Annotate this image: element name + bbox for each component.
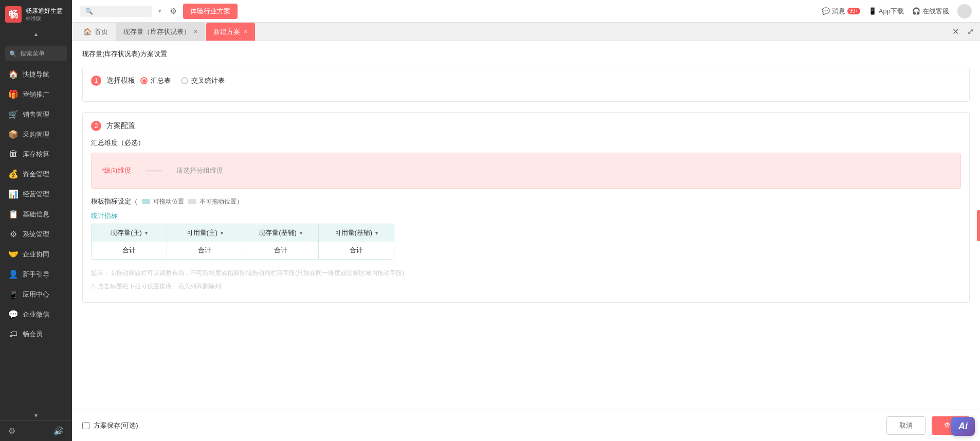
speaker-icon[interactable]: 🔊 <box>53 426 64 436</box>
sidebar-item-label: 经营管理 <box>23 190 49 199</box>
header-cell-current-main[interactable]: 现存量(主) ▾ <box>92 224 167 242</box>
topbar-dropdown-icon[interactable]: ▾ <box>158 8 161 14</box>
user-icon: 👤 <box>8 269 19 279</box>
sidebar-item-sales[interactable]: 🛒 销售管理 <box>0 104 72 124</box>
tag-icon: 🏷 <box>8 329 19 339</box>
main-area: 🔍 ▾ ⚙ 体验行业方案 💬 消息 99+ 📱 App下载 🎧 在线客服 <box>72 0 980 441</box>
sidebar-item-wechat[interactable]: 💬 企业微信 <box>0 304 72 324</box>
stats-table-body: 合计 合计 合计 合计 <box>92 242 394 259</box>
tab-new-plan-label: 新建方案 <box>213 27 240 36</box>
tab-home[interactable]: 🏠 首页 <box>76 23 115 41</box>
sidebar-item-label: 基础信息 <box>23 210 49 219</box>
settings-bottom-icon[interactable]: ⚙ <box>8 426 15 436</box>
phone-icon: 📱 <box>868 7 877 15</box>
customer-service-button[interactable]: 🎧 在线客服 <box>912 7 949 16</box>
radio-cross-table[interactable]: 交叉统计表 <box>181 76 225 85</box>
tab-new-plan[interactable]: 新建方案 ✕ <box>206 23 255 41</box>
section2-header: 2 方案配置 <box>91 121 961 131</box>
cancel-button[interactable]: 取消 <box>886 416 925 435</box>
header-cell-available-aux[interactable]: 可用量(基辅) ▾ <box>319 224 394 242</box>
section-plan-config: 2 方案配置 汇总维度（必选） *纵向维度 —— 请选择分组维度 模板指标设定（… <box>82 112 970 303</box>
panel-title: 现存量(库存状况表)方案设置 <box>82 49 970 59</box>
sidebar-item-label: 畅会员 <box>23 329 43 339</box>
search-menu-input[interactable]: 🔍 搜索菜单 <box>5 46 67 61</box>
industry-plan-button[interactable]: 体验行业方案 <box>183 4 238 19</box>
sidebar: 畅 畅康通好生意 标准版 ▲ 🔍 搜索菜单 🏠 快捷导航 🎁 营销推广 🛒 销售… <box>0 0 72 441</box>
sidebar-item-label: 新手引导 <box>23 270 49 279</box>
tab-bar: 🏠 首页 现存量（库存状况表） ✕ 新建方案 ✕ ✕ ⤢ <box>72 23 980 41</box>
app-logo-icon: 畅 <box>5 6 22 23</box>
spacer <box>82 313 970 323</box>
sidebar-item-label: 采购管理 <box>23 130 49 139</box>
header-available-main-label: 可用量(主) <box>187 228 218 237</box>
app-name: 畅康通好生意 标准版 <box>26 7 63 23</box>
legend-draggable-label: 可拖动位置 <box>153 197 184 206</box>
chevron-down-icon: ▾ <box>375 230 378 236</box>
sidebar-item-enterprise[interactable]: 🤝 企业协同 <box>0 244 72 264</box>
cell-subtotal-4: 合计 <box>319 242 394 259</box>
cell-subtotal-2: 合计 <box>167 242 243 259</box>
sidebar-item-membership[interactable]: 🏷 畅会员 <box>0 324 72 344</box>
section2-title: 方案配置 <box>106 121 135 131</box>
header-current-main-label: 现存量(主) <box>111 228 142 237</box>
sidebar-item-finance[interactable]: 💰 资金管理 <box>0 164 72 184</box>
dimension-placeholder: 请选择分组维度 <box>176 166 223 175</box>
stats-table: 现存量(主) ▾ 可用量(主) ▾ 现存量(基辅) ▾ 可用量(基辅) <box>91 224 394 260</box>
dimension-label: 汇总维度（必选） <box>91 138 961 148</box>
chart-icon: 📊 <box>8 189 19 199</box>
scroll-down-arrow[interactable]: ▼ <box>0 411 72 420</box>
message-button[interactable]: 💬 消息 99+ <box>822 7 860 16</box>
tab-home-label: 首页 <box>95 27 108 36</box>
sidebar-item-label: 系统管理 <box>23 230 49 239</box>
section1-title: 选择模板 <box>106 76 135 85</box>
sidebar-item-purchase[interactable]: 📦 采购管理 <box>0 124 72 144</box>
sidebar-item-operations[interactable]: 📊 经营管理 <box>0 184 72 204</box>
tab-inventory-close-icon[interactable]: ✕ <box>193 28 198 35</box>
topbar-gear-icon[interactable]: ⚙ <box>170 6 177 16</box>
cart-icon: 🛒 <box>8 109 19 119</box>
sidebar-item-basic-info[interactable]: 📋 基础信息 <box>0 204 72 224</box>
legend-fixed-box <box>188 199 196 204</box>
sidebar-item-app-center[interactable]: 📱 应用中心 <box>0 284 72 304</box>
app-download-label: App下载 <box>879 7 904 16</box>
tab-expand-panel-button[interactable]: ⤢ <box>965 26 976 38</box>
tab-inventory-status[interactable]: 现存量（库存状况表） ✕ <box>116 23 205 41</box>
tab-new-plan-close-icon[interactable]: ✕ <box>243 28 248 35</box>
money-icon: 💰 <box>8 169 19 179</box>
template-radio-group: 汇总表 交叉统计表 <box>140 76 225 85</box>
sidebar-item-inventory[interactable]: 🏛 库存核算 <box>0 144 72 164</box>
radio-summary-circle <box>140 77 148 84</box>
save-checkbox[interactable] <box>82 422 89 429</box>
tab-panel-controls: ✕ ⤢ <box>950 26 976 38</box>
topbar-search-box[interactable]: 🔍 <box>80 6 152 17</box>
section-choose-template: 1 选择模板 汇总表 交叉统计表 <box>82 67 970 102</box>
sidebar-item-label: 应用中心 <box>23 290 49 299</box>
app-download-button[interactable]: 📱 App下载 <box>868 7 904 16</box>
scroll-up-arrow[interactable]: ▲ <box>0 29 72 39</box>
sidebar-item-new-guide[interactable]: 👤 新手引导 <box>0 264 72 284</box>
sidebar-item-marketing[interactable]: 🎁 营销推广 <box>0 84 72 104</box>
sidebar-item-label: 销售管理 <box>23 110 49 119</box>
tab-close-panel-button[interactable]: ✕ <box>950 26 961 38</box>
legend-draggable-box <box>142 199 150 204</box>
customer-service-label: 在线客服 <box>922 7 949 16</box>
resize-handle[interactable] <box>977 210 980 241</box>
legend-fixed-label: 不可拖动位置） <box>199 197 243 206</box>
tip-1: 提示： 1.拖动标题栏可以调整布局，不可跨维度或指标区域拖动列栏目字段(只能在同… <box>91 268 961 279</box>
settings-icon: ⚙ <box>8 229 19 239</box>
header-cell-current-aux[interactable]: 现存量(基辅) ▾ <box>243 224 319 242</box>
save-option: 方案保存(可选) <box>82 421 138 430</box>
sidebar-item-system[interactable]: ⚙ 系统管理 <box>0 224 72 244</box>
header-cell-available-main[interactable]: 可用量(主) ▾ <box>167 224 243 242</box>
save-label: 方案保存(可选) <box>94 421 138 430</box>
legend-fixed: 不可拖动位置） <box>188 197 243 206</box>
header-current-aux-label: 现存量(基辅) <box>259 228 297 237</box>
user-avatar[interactable] <box>957 4 972 19</box>
radio-summary-table[interactable]: 汇总表 <box>140 76 171 85</box>
sidebar-item-label: 库存核算 <box>23 150 49 159</box>
dimension-required-area[interactable]: *纵向维度 —— 请选择分组维度 <box>91 153 961 189</box>
mobile-icon: 📱 <box>8 289 19 299</box>
ai-badge[interactable]: Ai <box>951 417 975 436</box>
sidebar-item-quick-nav[interactable]: 🏠 快捷导航 <box>0 64 72 84</box>
sidebar-item-label: 企业协同 <box>23 250 49 259</box>
